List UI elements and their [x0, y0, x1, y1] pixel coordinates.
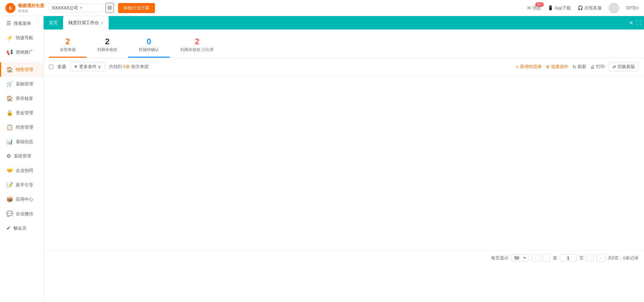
sidebar-item-quick-nav[interactable]: ⚡ 快捷导航 — [0, 31, 43, 45]
sidebar-item-cooperation[interactable]: 🤝 企业协同 — [0, 163, 43, 178]
online-service-btn[interactable]: 🎧 在线客服 — [578, 5, 602, 11]
batch-btn-label: 批量操作 — [551, 64, 569, 70]
total-text: 共0页，0条记录 — [608, 255, 639, 261]
stat-label-wangwang: 旺辅待确认 — [139, 47, 159, 53]
toolbar: 全选 ▼ 更多条件 ∨ 共找到 0条 相关单据 + 新增销货单 ⚙ 批量操作 — [44, 58, 644, 76]
print-btn-label: 打印 — [596, 64, 605, 70]
sidebar: ☰ 搜索菜单 ⚡ 快捷导航 📢 营销推广 🏠 销售管理 🛒 采购管理 🏠 库存核… — [0, 16, 44, 302]
tab-close-icon[interactable]: × — [101, 20, 103, 25]
switch-version-button[interactable]: ⇄ 切换新版 — [609, 62, 639, 71]
company-selector[interactable]: XXXXXX公司 ▼ — [49, 3, 103, 13]
sidebar-label-member: 畅会员 — [13, 225, 26, 231]
sidebar-label-app-center: 应用中心 — [16, 196, 33, 202]
per-page-select[interactable]: 10 20 50 100 — [511, 254, 529, 261]
sales-icon: 🏠 — [6, 66, 13, 73]
select-all-checkbox[interactable] — [49, 65, 53, 69]
print-button[interactable]: 🖨 打印 — [590, 64, 605, 70]
stat-tab-overdue[interactable]: 2 到期未收款 — [87, 35, 128, 58]
sidebar-item-system[interactable]: ⚙ 系统管理 — [0, 149, 43, 163]
app-download-label: App下载 — [554, 5, 571, 11]
member-icon: ✔ — [6, 225, 11, 231]
page-number-input[interactable] — [560, 254, 577, 261]
app-download-btn[interactable]: 📱 App下载 — [548, 5, 571, 11]
message-btn[interactable]: ✉ 消息 99+ — [527, 5, 541, 11]
sidebar-label-sales: 销售管理 — [16, 67, 33, 73]
add-sales-order-button[interactable]: + 新增销货单 — [516, 64, 542, 70]
sidebar-item-sales[interactable]: 🏠 销售管理 — [0, 62, 43, 77]
basic-info-icon: 📊 — [6, 138, 13, 145]
last-page-button[interactable]: » — [596, 254, 605, 261]
stat-tab-all[interactable]: 2 全部单据 — [49, 35, 87, 58]
sidebar-item-finance[interactable]: 🔒 资金管理 — [0, 106, 43, 120]
phone-icon: 📱 — [548, 5, 553, 10]
add-icon: + — [516, 64, 519, 69]
stat-number-overdue-shipped: 2 — [195, 38, 199, 46]
sidebar-item-purchase[interactable]: 🛒 采购管理 — [0, 77, 43, 91]
sidebar-item-search[interactable]: ☰ 搜索菜单 — [0, 16, 43, 31]
stat-tab-wangwang[interactable]: 0 旺辅待确认 — [128, 35, 170, 58]
select-all-label: 全选 — [57, 64, 66, 70]
switch-btn-label: 切换新版 — [618, 64, 635, 70]
filter-button[interactable]: ▼ 更多条件 ∨ — [70, 62, 105, 71]
page-suffix: 页 — [579, 255, 584, 261]
trial-button[interactable]: 体验行业方案 — [118, 3, 155, 13]
tab-close-window-icon[interactable]: ✕ — [629, 20, 633, 26]
refresh-button[interactable]: ↻ 刷新 — [573, 64, 586, 70]
beginner-icon: 📝 — [6, 182, 13, 188]
page-label: 第 — [553, 255, 557, 261]
sidebar-item-member[interactable]: ✔ 畅会员 — [0, 221, 43, 235]
sidebar-label-system: 系统管理 — [14, 153, 31, 159]
add-btn-label: 新增销货单 — [520, 64, 542, 70]
stat-tab-overdue-shipped[interactable]: 2 到期未收款 已出库 — [170, 35, 224, 58]
operations-icon: 📋 — [6, 124, 13, 130]
message-icon: ✉ — [527, 5, 531, 10]
app-subtitle: 标准版 — [18, 9, 44, 13]
first-page-button[interactable]: « — [531, 254, 540, 261]
prev-page-button[interactable]: ‹ — [543, 254, 550, 261]
filter-chevron-icon: ∨ — [98, 64, 101, 69]
system-icon: ⚙ — [6, 153, 11, 159]
sidebar-label-operations: 经营管理 — [16, 124, 33, 130]
company-name: XXXXXX公司 — [52, 5, 78, 11]
sidebar-label-cooperation: 企业协同 — [16, 168, 33, 174]
filter-label: 更多条件 — [79, 64, 97, 70]
sidebar-item-operations[interactable]: 📋 经营管理 — [0, 120, 43, 134]
sidebar-item-wechat-biz[interactable]: 💬 企业微信 — [0, 206, 43, 221]
stat-label-all: 全部单据 — [60, 47, 76, 53]
sidebar-label-search: 搜索菜单 — [14, 20, 31, 26]
found-text: 共找到 0条 相关单据 — [109, 64, 149, 70]
sidebar-item-app-center[interactable]: 📦 应用中心 — [0, 192, 43, 206]
sidebar-item-inventory[interactable]: 🏠 库存核算 — [0, 91, 43, 106]
tab-work[interactable]: 钱货日清工作台 × — [63, 16, 109, 29]
next-page-button[interactable]: › — [586, 254, 594, 261]
avatar[interactable] — [608, 3, 619, 13]
stats-tabs: 2 全部单据 2 到期未收款 0 旺辅待确认 2 到期未收款 已出库 — [44, 29, 644, 58]
tab-bar: 首页 钱货日清工作台 × ✕ ⛶ — [44, 16, 644, 29]
sidebar-label-wechat-biz: 企业微信 — [16, 211, 33, 217]
wechat-icon: 💬 — [6, 210, 13, 217]
settings-button[interactable]: ⚙ — [105, 3, 114, 13]
logo-text-area: 畅捷通好生意 标准版 — [18, 3, 44, 13]
print-icon: 🖨 — [590, 64, 595, 69]
switch-icon: ⇄ — [612, 64, 616, 69]
stat-number-all: 2 — [65, 38, 70, 46]
refresh-icon: ↻ — [573, 64, 576, 69]
sidebar-item-marketing[interactable]: 📢 营销推广 — [0, 45, 43, 59]
user-name: OfTEn — [626, 5, 639, 10]
flash-icon: ⚡ — [6, 35, 13, 41]
tab-home[interactable]: 首页 — [44, 16, 63, 29]
app-title: 畅捷通好生意 — [18, 3, 44, 9]
sidebar-item-beginner[interactable]: 📝 新手引导 — [0, 178, 43, 192]
refresh-btn-label: 刷新 — [578, 64, 586, 70]
app-center-icon: 📦 — [6, 196, 13, 202]
batch-icon: ⚙ — [546, 64, 550, 69]
toolbar-right: + 新增销货单 ⚙ 批量操作 ↻ 刷新 🖨 打印 ⇄ 切换新版 — [516, 62, 639, 71]
tab-maximize-icon[interactable]: ⛶ — [636, 20, 641, 26]
stat-label-overdue-shipped: 到期未收款 已出库 — [180, 47, 214, 53]
stat-number-wangwang: 0 — [147, 38, 151, 46]
tab-home-label: 首页 — [49, 20, 58, 26]
batch-ops-button[interactable]: ⚙ 批量操作 — [546, 64, 569, 70]
sidebar-label-quick-nav: 快捷导航 — [16, 35, 33, 41]
sidebar-item-basic-info[interactable]: 📊 基础信息 — [0, 134, 43, 149]
finance-icon: 🔒 — [6, 110, 13, 116]
